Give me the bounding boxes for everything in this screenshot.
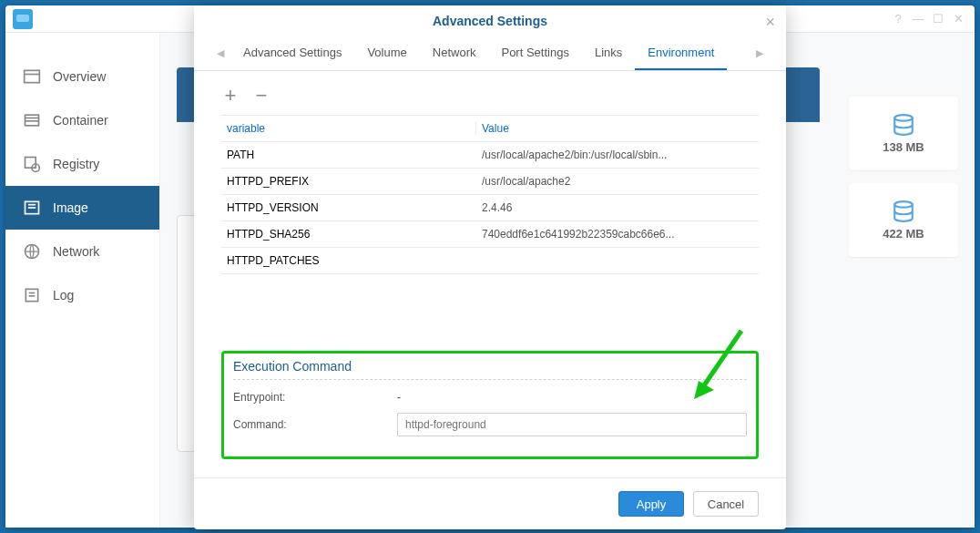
env-variable: PATH <box>221 149 476 161</box>
exec-title: Execution Command <box>233 359 747 380</box>
command-label: Command: <box>233 418 397 431</box>
tab-links[interactable]: Links <box>582 36 635 70</box>
tab-scroll-left[interactable]: ◀ <box>210 36 230 70</box>
entrypoint-label: Entrypoint: <box>233 391 397 404</box>
env-row[interactable]: HTTPD_VERSION 2.4.46 <box>221 195 759 221</box>
env-table: variable Value PATH /usr/local/apache2/b… <box>221 115 759 274</box>
modal-title: Advanced Settings <box>433 14 547 28</box>
modal-footer: Apply Cancel <box>194 477 786 529</box>
command-row: Command: <box>233 413 747 436</box>
entrypoint-row: Entrypoint: - <box>233 391 747 404</box>
env-row[interactable]: HTTPD_PATCHES <box>221 248 759 274</box>
remove-row-button[interactable]: − <box>252 87 271 106</box>
env-variable: HTTPD_PREFIX <box>221 175 476 188</box>
tab-volume[interactable]: Volume <box>354 36 419 70</box>
env-variable: HTTPD_SHA256 <box>221 228 476 241</box>
close-icon[interactable]: × <box>765 13 775 32</box>
env-row[interactable]: PATH /usr/local/apache2/bin:/usr/local/s… <box>221 142 759 169</box>
tab-port-settings[interactable]: Port Settings <box>488 36 581 70</box>
tab-advanced-settings[interactable]: Advanced Settings <box>230 36 354 70</box>
env-value: 740eddf6e1c641992b22359cabc66e6... <box>476 228 759 241</box>
add-row-button[interactable]: + <box>221 87 240 106</box>
env-value: /usr/local/apache2/bin:/usr/local/sbin..… <box>476 149 759 161</box>
env-row[interactable]: HTTPD_SHA256 740eddf6e1c641992b22359cabc… <box>221 221 759 248</box>
env-header-value[interactable]: Value <box>476 122 759 135</box>
app-window: ? — ☐ ✕ Overview Container Registry Imag… <box>5 5 975 528</box>
env-toolbar: + − <box>221 82 759 115</box>
advanced-settings-modal: Advanced Settings × ◀ Advanced Settings … <box>194 5 786 529</box>
tab-environment[interactable]: Environment <box>635 36 727 70</box>
tabs: Advanced Settings Volume Network Port Se… <box>230 36 750 70</box>
apply-button[interactable]: Apply <box>618 491 684 517</box>
tab-scroll-right[interactable]: ▶ <box>750 36 770 70</box>
modal-header: Advanced Settings × <box>194 5 786 36</box>
env-value: /usr/local/apache2 <box>476 175 759 188</box>
execution-command-block: Execution Command Entrypoint: - Command: <box>221 351 759 459</box>
env-variable: HTTPD_VERSION <box>221 201 476 214</box>
tab-network[interactable]: Network <box>420 36 489 70</box>
env-row[interactable]: HTTPD_PREFIX /usr/local/apache2 <box>221 169 759 195</box>
tab-bar: ◀ Advanced Settings Volume Network Port … <box>194 36 786 71</box>
env-header-variable[interactable]: variable <box>221 122 476 135</box>
command-input[interactable] <box>397 413 747 436</box>
env-value: 2.4.46 <box>476 201 759 214</box>
env-header-row: variable Value <box>221 116 759 142</box>
cancel-button[interactable]: Cancel <box>693 491 759 517</box>
entrypoint-value: - <box>397 391 747 404</box>
modal-overlay: Advanced Settings × ◀ Advanced Settings … <box>5 5 975 528</box>
env-variable: HTTPD_PATCHES <box>221 254 476 267</box>
modal-body: + − variable Value PATH /usr/local/apach… <box>194 71 786 477</box>
